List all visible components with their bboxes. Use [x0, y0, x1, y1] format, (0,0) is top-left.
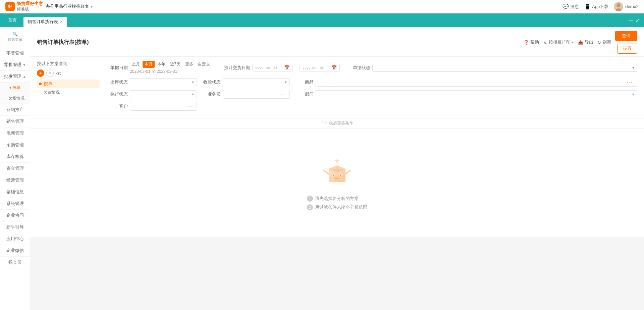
svg-point-6	[340, 174, 341, 176]
calendar-icon: 📅	[284, 65, 289, 70]
main-layout: 🔍 搜索菜单 零售管理 零售管理 ▼ 批发管理 ▲ ● 按单 ○ 欠货情况	[0, 27, 644, 310]
date-tab-more[interactable]: 更多	[183, 61, 195, 68]
expected-date-end[interactable]: yyyy-mm-dd 📅	[300, 64, 340, 71]
tab-bar-right: ─ ⤢	[629, 17, 644, 23]
receipt-select[interactable]: ▾	[223, 78, 290, 86]
dept-select[interactable]: ▾	[316, 90, 637, 98]
sidebar-item-newbie[interactable]: 新手引导	[0, 221, 30, 233]
sidebar-item-ecom[interactable]: 电商管理	[0, 127, 30, 139]
goods-more-icon[interactable]: ···	[626, 80, 634, 85]
svg-point-0	[616, 3, 621, 7]
add-scheme-btn[interactable]: +	[37, 69, 44, 77]
filter-scheme-title: 按以下方案查询	[37, 61, 100, 67]
outbound-select[interactable]: ▾	[130, 78, 197, 86]
filter-scheme-actions: + ✎ ≪	[37, 69, 100, 77]
top-bar-right: 💬 消息 📱 App下载 demo2	[562, 2, 639, 11]
exec-chevron-icon: ▾	[192, 92, 194, 97]
content-area: 销售订单执行表(按单) ❓ 帮助 🖨 按模板打印 ▾ 📤 导出 ↻ 刷新	[30, 27, 644, 310]
help-btn[interactable]: ❓ 帮助	[524, 39, 539, 45]
sidebar-item-retail[interactable]: 零售管理 ▼	[0, 59, 30, 71]
filter-field-dept: 部门 ▾	[295, 90, 637, 98]
date-tab-cur-month[interactable]: 本月	[143, 61, 155, 68]
sidebar-item-search[interactable]: 🔍 搜索菜单	[2, 30, 28, 44]
dept-label: 部门	[295, 91, 314, 97]
message-icon: 💬	[562, 4, 569, 10]
sidebar-item-orders[interactable]: ● 按单	[0, 83, 30, 93]
goods-select[interactable]: ···	[316, 78, 637, 87]
filter-panel: 按以下方案查询 + ✎ ≪ 按单 欠货情况	[30, 57, 644, 118]
page-title: 销售订单执行表(按单)	[37, 39, 89, 46]
filter-field-goods: 商品 ···	[295, 78, 637, 87]
user-name: demo2	[625, 4, 639, 9]
sidebar-item-wechat[interactable]: 企业微信	[0, 245, 30, 257]
expected-date-start[interactable]: yyyy-mm-dd 📅	[252, 64, 292, 71]
export-icon: 📤	[578, 40, 583, 45]
sidebar-item-ops[interactable]: 经营管理	[0, 174, 30, 186]
filter-field-salesman: 业务员 ···	[202, 90, 290, 99]
print-dropdown-icon[interactable]: ▾	[572, 40, 574, 45]
tab-sales-order[interactable]: 销售订单执行表 ×	[23, 17, 67, 27]
tab-close-icon[interactable]: ×	[60, 19, 63, 24]
salesman-more-icon[interactable]: ···	[278, 92, 287, 97]
maximize-icon[interactable]: ⤢	[636, 17, 640, 23]
sidebar-item-finance[interactable]: 资金管理	[0, 163, 30, 174]
app-title[interactable]: 办公用品行业模拟账套 ▾	[46, 3, 93, 9]
svg-line-7	[324, 170, 329, 174]
sidebar-item-debt[interactable]: ○ 欠货情况	[0, 93, 30, 104]
date-tab-prev-month[interactable]: 上月	[130, 61, 142, 68]
sidebar-item-vip[interactable]: 畅会员	[0, 257, 30, 268]
filter-scheme-panel: 按以下方案查询 + ✎ ≪ 按单 欠货情况	[37, 61, 104, 114]
sidebar-item-quick-nav[interactable]: 零售管理	[0, 47, 30, 59]
chevron-wholesale-icon: ▲	[23, 75, 26, 79]
sidebar-item-marketing[interactable]: 营销推广	[0, 104, 30, 116]
page-actions: ❓ 帮助 🖨 按模板打印 ▾ 📤 导出 ↻ 刷新 查询	[524, 31, 637, 54]
logo-area: 好 畅捷通好生意 标准版	[5, 1, 43, 12]
tab-bar: 首页 销售订单执行表 × ─ ⤢	[0, 13, 644, 27]
edit-scheme-btn[interactable]: ✎	[46, 69, 54, 77]
date-tab-year[interactable]: 本年	[155, 61, 167, 68]
scheme-item-debt[interactable]: 欠货情况	[37, 88, 100, 97]
query-button[interactable]: 查询	[615, 31, 637, 41]
date-tab-custom[interactable]: 自定义	[196, 61, 212, 68]
customer-more-icon[interactable]: ···	[185, 104, 194, 109]
sidebar-item-inventory[interactable]: 库存核算	[0, 151, 30, 163]
export-btn[interactable]: 📤 导出	[578, 39, 593, 45]
salesman-select[interactable]: ···	[223, 90, 290, 99]
outbound-label: 出库状态	[109, 79, 128, 85]
empty-hint-1: 1 请先选择要分析的方案	[307, 196, 367, 202]
customer-select[interactable]: ···	[130, 102, 197, 111]
setting-button[interactable]: 设置	[617, 44, 637, 54]
exec-select[interactable]: ▾	[130, 90, 197, 98]
collapse-bar[interactable]: ⌃⌃ 收起更多条件	[30, 118, 644, 128]
sidebar-item-wholesale[interactable]: 批发管理 ▲	[0, 71, 30, 83]
sidebar-item-sales[interactable]: 销售管理	[0, 116, 30, 127]
svg-point-5	[333, 174, 334, 176]
sidebar-item-purchase[interactable]: 采购管理	[0, 139, 30, 151]
sidebar-item-system[interactable]: 系统管理	[0, 198, 30, 210]
scheme-item-orders[interactable]: 按单	[37, 80, 100, 88]
user-area[interactable]: demo2	[614, 2, 639, 11]
tab-home[interactable]: 首页	[3, 13, 22, 27]
hint-num-2: 2	[307, 204, 313, 210]
date-tab-7days[interactable]: 近7天	[168, 61, 182, 68]
message-btn[interactable]: 💬 消息	[562, 4, 579, 10]
empty-hint-2: 2 用过滤条件来缩小分析范围	[307, 204, 367, 210]
dropdown-icon[interactable]: ▾	[91, 4, 93, 9]
collapse-scheme-btn[interactable]: ≪	[56, 70, 61, 76]
status-select[interactable]: ▾	[372, 64, 637, 72]
print-btn[interactable]: 🖨 按模板打印 ▾	[543, 39, 574, 45]
sidebar-item-apps[interactable]: 应用中心	[0, 233, 30, 245]
customer-label: 客户	[109, 103, 128, 109]
sidebar-item-basic[interactable]: 基础信息	[0, 186, 30, 198]
filter-field-status: 单据状态 ▾	[352, 64, 637, 72]
empty-hints: 1 请先选择要分析的方案 2 用过滤条件来缩小分析范围	[307, 196, 367, 210]
sidebar-search-area: 🔍 搜索菜单	[0, 27, 30, 47]
sidebar-item-enterprise[interactable]: 企业协同	[0, 210, 30, 221]
filter-field-expected-date: 预计交货日期 yyyy-mm-dd 📅 — yyyy-mm-dd 📅	[224, 64, 340, 71]
refresh-btn[interactable]: ↻ 刷新	[597, 39, 611, 45]
date-label: 单据日期	[109, 65, 128, 71]
salesman-label: 业务员	[202, 91, 221, 97]
collapse-icon: ⌃⌃	[321, 121, 329, 125]
minimize-icon[interactable]: ─	[629, 17, 633, 23]
app-download-btn[interactable]: 📱 App下载	[584, 4, 608, 10]
